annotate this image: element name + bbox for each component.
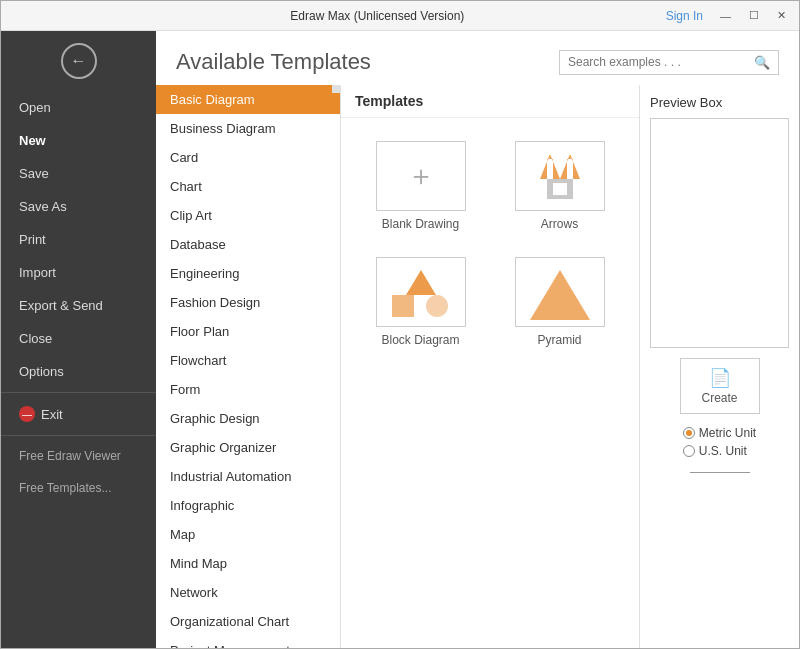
category-item-engineering[interactable]: Engineering xyxy=(156,259,340,288)
create-label: Create xyxy=(701,391,737,405)
template-block-diagram[interactable]: Block Diagram xyxy=(351,244,490,360)
search-box[interactable]: 🔍 xyxy=(559,50,779,75)
maximize-button[interactable]: ☐ xyxy=(744,7,764,24)
application-window: Edraw Max (Unlicensed Version) Sign In —… xyxy=(0,0,800,649)
back-button[interactable]: ← xyxy=(1,31,156,91)
sidebar-item-save-as[interactable]: Save As xyxy=(1,190,156,223)
category-item-network[interactable]: Network xyxy=(156,578,340,607)
arrows-svg xyxy=(530,149,590,204)
metric-unit-option[interactable]: Metric Unit xyxy=(683,426,756,440)
category-item-clip-art[interactable]: Clip Art xyxy=(156,201,340,230)
svg-rect-5 xyxy=(547,195,573,199)
sidebar-item-close[interactable]: Close xyxy=(1,322,156,355)
template-label-arrows: Arrows xyxy=(541,217,578,231)
template-blank-drawing[interactable]: ＋ Blank Drawing xyxy=(351,128,490,244)
pyramid-svg xyxy=(525,265,595,320)
svg-marker-1 xyxy=(560,154,580,179)
document-icon: 📄 xyxy=(709,367,731,389)
search-input[interactable] xyxy=(568,55,754,69)
metric-unit-label: Metric Unit xyxy=(699,426,756,440)
back-circle[interactable]: ← xyxy=(61,43,97,79)
sidebar-item-print[interactable]: Print xyxy=(1,223,156,256)
us-unit-label: U.S. Unit xyxy=(699,444,747,458)
sidebar-item-open[interactable]: Open xyxy=(1,91,156,124)
template-thumb-pyramid xyxy=(515,257,605,327)
sidebar-item-export[interactable]: Export & Send xyxy=(1,289,156,322)
preview-title: Preview Box xyxy=(650,95,789,110)
us-unit-option[interactable]: U.S. Unit xyxy=(683,444,756,458)
us-unit-radio[interactable] xyxy=(683,445,695,457)
svg-rect-2 xyxy=(547,179,573,183)
window-controls: — ☐ ✕ xyxy=(715,7,791,24)
template-thumb-arrows xyxy=(515,141,605,211)
preview-panel: Preview Box 📄 Create Metric Unit xyxy=(639,85,799,648)
category-item-flowchart[interactable]: Flowchart xyxy=(156,346,340,375)
template-pyramid[interactable]: Pyramid xyxy=(490,244,629,360)
category-item-card[interactable]: Card xyxy=(156,143,340,172)
template-thumb-block xyxy=(376,257,466,327)
category-item-chart[interactable]: Chart xyxy=(156,172,340,201)
sidebar-item-exit[interactable]: — Exit xyxy=(1,397,156,431)
sidebar-item-import[interactable]: Import xyxy=(1,256,156,289)
svg-point-8 xyxy=(426,295,448,317)
back-icon: ← xyxy=(71,52,87,70)
category-item-database[interactable]: Database xyxy=(156,230,340,259)
category-item-floor-plan[interactable]: Floor Plan xyxy=(156,317,340,346)
category-item-business-diagram[interactable]: Business Diagram xyxy=(156,114,340,143)
close-button[interactable]: ✕ xyxy=(772,7,791,24)
sidebar-item-save[interactable]: Save xyxy=(1,157,156,190)
main-header: Available Templates 🔍 xyxy=(156,31,799,85)
templates-header: Templates xyxy=(341,85,639,118)
template-arrows[interactable]: Arrows xyxy=(490,128,629,244)
category-item-graphic-design[interactable]: Graphic Design xyxy=(156,404,340,433)
category-item-basic-diagram[interactable]: Basic Diagram xyxy=(156,85,340,114)
category-item-fashion-design[interactable]: Fashion Design xyxy=(156,288,340,317)
svg-marker-9 xyxy=(530,270,590,320)
template-thumb-blank: ＋ xyxy=(376,141,466,211)
category-item-organizational-chart[interactable]: Organizational Chart xyxy=(156,607,340,636)
window-title: Edraw Max (Unlicensed Version) xyxy=(89,9,666,23)
sidebar-link-viewer[interactable]: Free Edraw Viewer xyxy=(1,440,156,472)
search-icon[interactable]: 🔍 xyxy=(754,55,770,70)
content-area: ← Open New Save Save As Print Import xyxy=(1,31,799,648)
category-item-graphic-organizer[interactable]: Graphic Organizer xyxy=(156,433,340,462)
sidebar: ← Open New Save Save As Print Import xyxy=(1,31,156,648)
sidebar-item-new[interactable]: New xyxy=(1,124,156,157)
block-svg xyxy=(386,265,456,320)
preview-box xyxy=(650,118,789,348)
sidebar-divider xyxy=(1,392,156,393)
templates-area: Templates ＋ Blank Drawing xyxy=(341,85,639,648)
metric-unit-radio[interactable] xyxy=(683,427,695,439)
svg-rect-4 xyxy=(567,183,573,197)
exit-icon: — xyxy=(19,406,35,422)
category-item-infographic[interactable]: Infographic xyxy=(156,491,340,520)
svg-marker-6 xyxy=(406,270,436,295)
category-list: Basic DiagramBusiness DiagramCardChartCl… xyxy=(156,85,341,648)
svg-rect-7 xyxy=(392,295,414,317)
category-item-mind-map[interactable]: Mind Map xyxy=(156,549,340,578)
sidebar-item-options[interactable]: Options xyxy=(1,355,156,388)
template-label-blank: Blank Drawing xyxy=(382,217,459,231)
main-content: Available Templates 🔍 Basic DiagramBusin… xyxy=(156,31,799,648)
page-title: Available Templates xyxy=(176,49,371,75)
minimize-button[interactable]: — xyxy=(715,8,736,24)
unit-options: Metric Unit U.S. Unit xyxy=(683,426,756,458)
sidebar-link-templates[interactable]: Free Templates... xyxy=(1,472,156,504)
main-body: Basic DiagramBusiness DiagramCardChartCl… xyxy=(156,85,799,648)
category-item-form[interactable]: Form xyxy=(156,375,340,404)
category-item-project-management[interactable]: Project Management xyxy=(156,636,340,648)
svg-rect-3 xyxy=(547,183,553,197)
sign-in-link[interactable]: Sign In xyxy=(666,5,703,27)
category-item-map[interactable]: Map xyxy=(156,520,340,549)
sidebar-divider-2 xyxy=(1,435,156,436)
category-item-industrial-automation[interactable]: Industrial Automation xyxy=(156,462,340,491)
title-bar: Edraw Max (Unlicensed Version) Sign In —… xyxy=(1,1,799,31)
template-label-block: Block Diagram xyxy=(381,333,459,347)
divider-line xyxy=(690,472,750,473)
templates-grid: ＋ Blank Drawing xyxy=(341,118,639,370)
create-section: 📄 Create Metric Unit U.S. Unit xyxy=(650,358,789,481)
create-button[interactable]: 📄 Create xyxy=(680,358,760,414)
template-label-pyramid: Pyramid xyxy=(537,333,581,347)
plus-icon: ＋ xyxy=(407,157,435,195)
svg-marker-0 xyxy=(540,154,560,179)
